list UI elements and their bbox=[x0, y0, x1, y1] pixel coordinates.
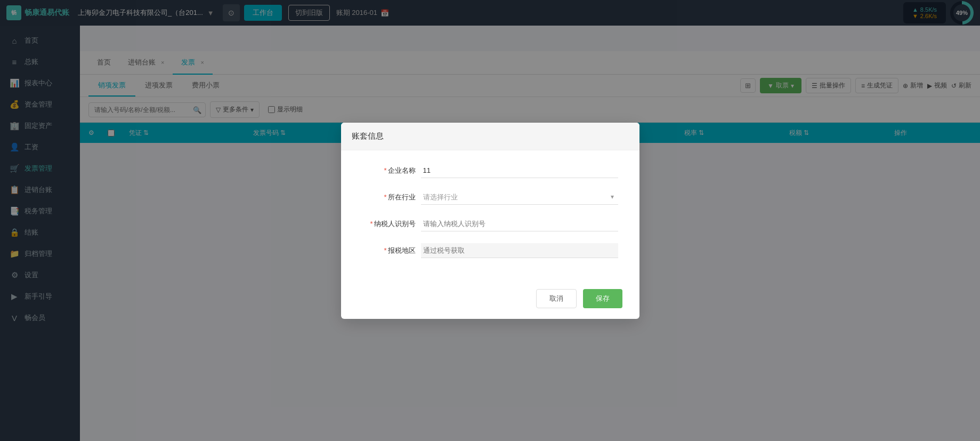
account-info-modal: 账套信息 *企业名称 *所在行业 请选择行业 ▾ bbox=[341, 123, 639, 319]
tax-id-label: *纳税人识别号 bbox=[362, 219, 421, 229]
form-row-company-name: *企业名称 bbox=[362, 163, 618, 178]
tax-id-required: * bbox=[370, 220, 372, 228]
form-row-industry: *所在行业 请选择行业 ▾ bbox=[362, 190, 618, 205]
tax-id-input[interactable] bbox=[421, 217, 618, 231]
form-row-tax-region: *报税地区 bbox=[362, 243, 618, 258]
industry-select[interactable]: 请选择行业 bbox=[421, 190, 618, 204]
tax-region-required: * bbox=[384, 246, 386, 254]
industry-required: * bbox=[384, 193, 386, 201]
save-button[interactable]: 保存 bbox=[583, 289, 622, 308]
tax-region-input bbox=[421, 243, 618, 258]
modal-overlay[interactable]: 账套信息 *企业名称 *所在行业 请选择行业 ▾ bbox=[0, 0, 980, 441]
cancel-button[interactable]: 取消 bbox=[536, 289, 577, 308]
form-row-tax-id: *纳税人识别号 bbox=[362, 217, 618, 231]
tax-region-label: *报税地区 bbox=[362, 246, 421, 255]
modal-header: 账套信息 bbox=[341, 123, 639, 150]
modal-footer: 取消 保存 bbox=[341, 280, 639, 319]
modal-title: 账套信息 bbox=[352, 131, 384, 140]
industry-select-wrapper: 请选择行业 ▾ bbox=[421, 190, 618, 205]
company-name-input[interactable] bbox=[421, 163, 618, 178]
company-name-required: * bbox=[384, 166, 386, 174]
company-name-label: *企业名称 bbox=[362, 166, 421, 175]
modal-body: *企业名称 *所在行业 请选择行业 ▾ *纳税人识别号 bbox=[341, 150, 639, 280]
industry-label: *所在行业 bbox=[362, 193, 421, 202]
